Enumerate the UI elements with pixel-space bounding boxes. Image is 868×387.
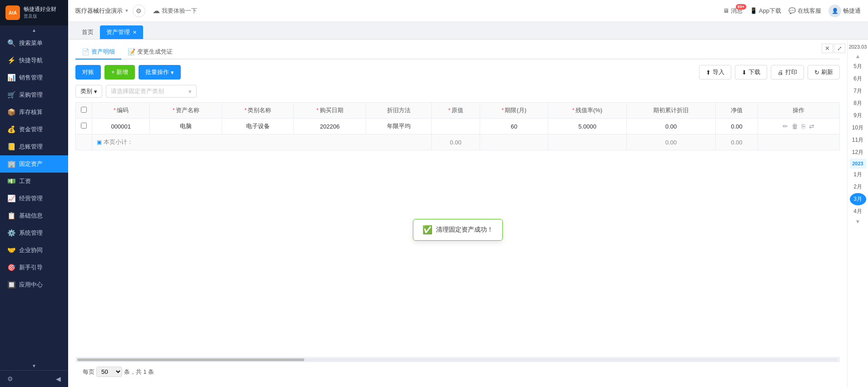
tab-close-icon[interactable]: ✕ (133, 30, 137, 35)
sidebar-item-enterprise[interactable]: 🤝 企业协同 (0, 242, 68, 259)
col-category: 类别名称 (248, 107, 271, 114)
scrollbar-thumb[interactable] (77, 358, 304, 361)
experience-button[interactable]: ☁ 我要体验一下 (153, 6, 197, 15)
sidebar-item-system[interactable]: ⚙️ 系统管理 (0, 224, 68, 242)
main-area: 医疗器械行业演示 ▼ ⚙ ☁ 我要体验一下 🖥 消息 99+ 📱 App下载 💬… (68, 0, 868, 387)
refresh-button[interactable]: ↻ 刷新 (808, 65, 840, 79)
purchase-icon: 🛒 (7, 91, 15, 99)
tab-asset-management[interactable]: 资产管理 ✕ (100, 25, 143, 39)
reconcile-label: 对账 (82, 68, 94, 76)
sidebar-item-label: 采购管理 (19, 91, 43, 99)
calendar-month-2[interactable]: 2月 (850, 181, 866, 193)
sidebar-item-payroll[interactable]: 💵 工资 (0, 173, 68, 190)
col-period: 期限(月) (505, 107, 526, 114)
fixed-assets-icon: 🏢 (7, 160, 15, 168)
row-checkbox[interactable] (81, 123, 87, 129)
category-dropdown[interactable]: 请选择固定资产类别 ▾ (106, 85, 197, 98)
scrollbar-track[interactable] (77, 358, 838, 361)
app-download-button[interactable]: 📱 App下载 (750, 7, 781, 15)
expand-panel-button[interactable]: ⤢ (834, 44, 845, 53)
asset-table: *编码 *资产名称 *类别名称 *购买日期 折旧方法 *原值 *期限(月) *残… (75, 102, 840, 150)
category-label: 类别 (80, 87, 92, 95)
close-panel-button[interactable]: ✕ (822, 44, 833, 53)
tab-label: 资产管理 (106, 28, 130, 36)
sidebar-nav: 🔍 搜索菜单 ⚡ 快捷导航 📊 销售管理 🛒 采购管理 📦 库存核算 💰 资金管… (0, 35, 68, 361)
sidebar-scroll-down[interactable]: ▼ (0, 361, 68, 370)
calendar-down-arrow[interactable]: ▼ (854, 218, 862, 226)
sidebar-scroll-up[interactable]: ▲ (0, 25, 68, 35)
user-profile[interactable]: 👤 畅捷通 (828, 5, 861, 17)
category-filter[interactable]: 类别 ▾ (75, 85, 102, 98)
sidebar-item-operations[interactable]: 📈 经营管理 (0, 190, 68, 207)
col-initial-dep: 期初累计折旧 (653, 107, 689, 114)
total-label: 条，共 1 条 (124, 368, 154, 376)
import-button[interactable]: ⬆ 导入 (699, 65, 731, 79)
row-category: 电子设备 (222, 119, 293, 134)
sidebar-item-basic-info[interactable]: 📋 基础信息 (0, 207, 68, 224)
sub-tab-asset-detail[interactable]: 📄 资产明细 (75, 45, 121, 60)
more-icon[interactable]: ⇄ (809, 123, 814, 130)
category-dropdown-arrow: ▾ (188, 88, 192, 95)
reconcile-button[interactable]: 对账 (75, 65, 101, 79)
message-button[interactable]: 🖥 消息 99+ (723, 7, 743, 15)
sidebar-item-guide[interactable]: 🎯 新手引导 (0, 259, 68, 276)
message-icon: 🖥 (723, 7, 729, 14)
per-page-select[interactable]: 50 10 20 100 (96, 367, 122, 377)
sidebar-item-ledger[interactable]: 📒 总账管理 (0, 138, 68, 155)
sidebar-item-inventory[interactable]: 📦 库存核算 (0, 104, 68, 121)
sidebar-item-label: 经营管理 (19, 194, 43, 203)
calendar-month-11[interactable]: 11月 (850, 134, 866, 146)
sidebar-item-sales[interactable]: 📊 销售管理 (0, 69, 68, 86)
horizontal-scrollbar[interactable] (75, 357, 840, 362)
sidebar-item-funds[interactable]: 💰 资金管理 (0, 121, 68, 138)
print-icon: 🖨 (778, 69, 784, 76)
batch-button[interactable]: 批量操作 ▾ (139, 65, 181, 79)
calendar-month-4[interactable]: 4月 (850, 205, 866, 218)
sub-tab-label: 资产明细 (91, 48, 115, 56)
settings-icon[interactable]: ⚙ (7, 375, 13, 382)
copy-icon[interactable]: ⎘ (802, 123, 805, 130)
calendar-month-3-active[interactable]: 3月 (850, 193, 866, 205)
sidebar-item-fixed-assets[interactable]: 🏢 固定资产 (0, 155, 68, 173)
calendar-up-arrow[interactable]: ▲ (854, 52, 862, 60)
toolbar: 对账 + 新增 批量操作 ▾ ⬆ 导入 ⬇ 下载 (75, 65, 840, 79)
print-button[interactable]: 🖨 打印 (771, 65, 804, 79)
calendar-month-7[interactable]: 7月 (850, 85, 866, 97)
collapse-icon[interactable]: ◀ (56, 375, 61, 382)
tab-home[interactable]: 首页 (75, 25, 100, 39)
sub-tab-change-voucher[interactable]: 📝 变更生成凭证 (121, 45, 179, 60)
sidebar-logo: AtA 畅捷通好业财 普及版 (0, 0, 68, 25)
sidebar-item-label: 资金管理 (19, 125, 43, 134)
calendar-month-8[interactable]: 8月 (850, 97, 866, 109)
calendar-month-5[interactable]: 5月 (850, 60, 866, 73)
calendar-month-6[interactable]: 6月 (850, 73, 866, 85)
sidebar-item-purchase[interactable]: 🛒 采购管理 (0, 86, 68, 104)
new-button[interactable]: + 新增 (104, 65, 135, 79)
inventory-icon: 📦 (7, 108, 15, 116)
sidebar-item-search[interactable]: 🔍 搜索菜单 (0, 35, 68, 52)
calendar-month-1[interactable]: 1月 (850, 169, 866, 181)
calendar-month-9[interactable]: 9月 (850, 109, 866, 122)
sidebar-item-label: 新手引导 (19, 263, 43, 272)
select-all-checkbox[interactable] (81, 107, 87, 113)
settings-button[interactable]: ⚙ (133, 5, 145, 17)
print-label: 打印 (785, 68, 797, 76)
app-download-label: App下载 (759, 7, 781, 15)
subtotal-icon: ▣ (97, 139, 102, 145)
per-page-label: 每页 (83, 368, 94, 376)
guide-icon: 🎯 (7, 263, 15, 272)
edit-icon[interactable]: ✏ (783, 123, 788, 130)
online-service-button[interactable]: 💬 在线客服 (789, 7, 821, 15)
online-service-label: 在线客服 (798, 7, 821, 15)
company-selector[interactable]: 医疗器械行业演示 ▼ (75, 7, 129, 15)
download-button[interactable]: ⬇ 下载 (735, 65, 767, 79)
calendar-month-12[interactable]: 12月 (850, 146, 866, 159)
delete-icon[interactable]: 🗑 (792, 123, 798, 130)
subtotal-row: ▣ 本页小计： 0.00 0.00 0.00 (76, 134, 840, 150)
sidebar-item-apps[interactable]: 🔲 应用中心 (0, 276, 68, 293)
subtotal-label-cell: ▣ 本页小计： (97, 138, 427, 146)
success-icon: ✅ (422, 225, 432, 235)
calendar-month-10[interactable]: 10月 (850, 122, 866, 134)
sidebar-item-quick-nav[interactable]: ⚡ 快捷导航 (0, 52, 68, 69)
change-voucher-icon: 📝 (128, 48, 135, 55)
